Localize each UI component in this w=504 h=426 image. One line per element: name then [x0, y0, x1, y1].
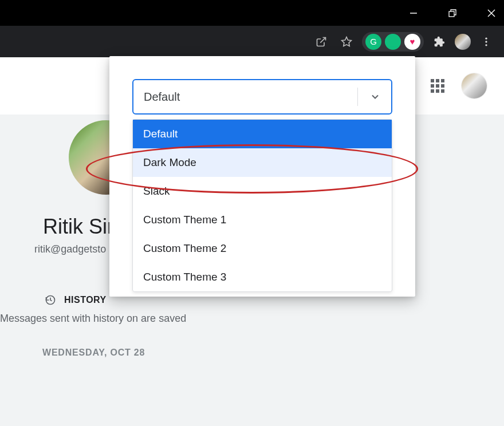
- browser-menu-button[interactable]: [477, 32, 496, 52]
- grammarly-g: G: [370, 37, 377, 46]
- theme-select[interactable]: Default: [132, 79, 392, 115]
- history-icon: [45, 294, 56, 306]
- extensions-pill: G ♥: [362, 32, 424, 52]
- apps-grid-dot: [431, 79, 434, 82]
- theme-select-value: Default: [144, 90, 180, 104]
- chevron-down-icon: [357, 88, 381, 106]
- theme-option-custom-2[interactable]: Custom Theme 2: [133, 234, 392, 263]
- close-icon: [487, 9, 496, 18]
- more-vert-icon: [481, 36, 492, 48]
- theme-dropdown-panel: Default Default Dark Mode Slack Custom T…: [109, 56, 415, 297]
- history-label: HISTORY: [64, 295, 107, 305]
- window-titlebar: [0, 0, 504, 26]
- extension-heart[interactable]: ♥: [404, 34, 420, 50]
- date-divider-1: WEDNESDAY, OCT 28: [42, 348, 412, 358]
- browser-profile-avatar[interactable]: [455, 34, 471, 50]
- svg-line-4: [320, 37, 325, 42]
- theme-options-list: Default Dark Mode Slack Custom Theme 1 C…: [132, 119, 392, 292]
- svg-point-7: [485, 41, 487, 42]
- theme-option-custom-3[interactable]: Custom Theme 3: [133, 263, 392, 291]
- open-in-new-icon: [316, 36, 327, 48]
- window-restore-button[interactable]: [444, 5, 460, 21]
- window-close-button[interactable]: [483, 5, 499, 21]
- bookmark-button[interactable]: [337, 32, 356, 52]
- theme-option-slack[interactable]: Slack: [133, 177, 392, 206]
- window-minimize-button[interactable]: [405, 5, 422, 21]
- history-subtext: Messages sent with history on are saved: [0, 313, 412, 325]
- heart-icon: ♥: [410, 37, 415, 46]
- extension-green-dot[interactable]: [385, 34, 401, 50]
- svg-point-6: [485, 37, 487, 39]
- extension-grammarly[interactable]: G: [365, 34, 381, 50]
- theme-option-default[interactable]: Default: [133, 120, 392, 148]
- account-avatar[interactable]: [462, 73, 487, 98]
- svg-rect-1: [449, 11, 454, 17]
- svg-marker-5: [342, 37, 352, 46]
- minimize-icon: [410, 9, 418, 17]
- puzzle-icon: [434, 36, 445, 48]
- browser-toolbar: G ♥: [0, 26, 504, 57]
- star-icon: [341, 36, 352, 48]
- extensions-button[interactable]: [430, 32, 449, 52]
- google-apps-button[interactable]: [431, 79, 444, 93]
- restore-icon: [448, 9, 456, 17]
- theme-option-dark-mode[interactable]: Dark Mode: [133, 148, 392, 177]
- svg-point-8: [485, 44, 487, 46]
- open-in-new-button[interactable]: [312, 32, 331, 52]
- theme-option-custom-1[interactable]: Custom Theme 1: [133, 206, 392, 234]
